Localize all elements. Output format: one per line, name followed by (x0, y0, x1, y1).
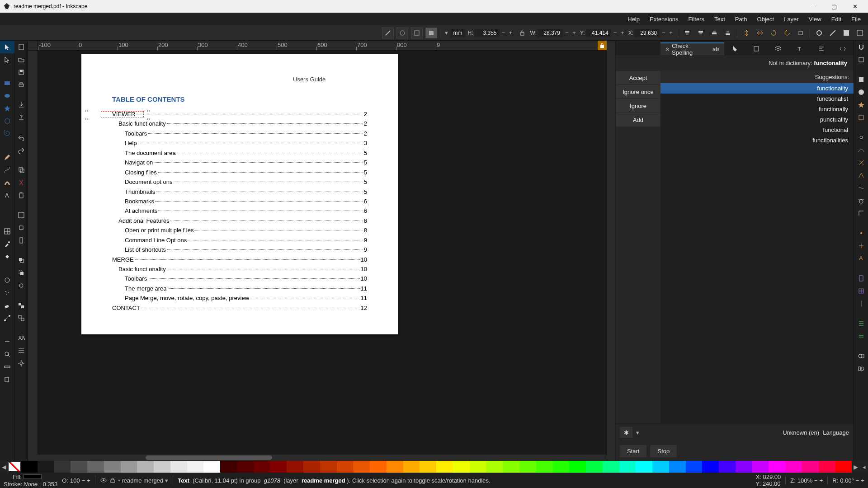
connector-tool[interactable] (0, 312, 14, 324)
snap-node-icon[interactable] (854, 131, 868, 144)
spiral-tool[interactable] (0, 127, 14, 140)
swatch[interactable] (353, 461, 370, 473)
open-icon[interactable] (14, 53, 28, 66)
swatch[interactable] (819, 461, 835, 473)
toc-row[interactable]: VIEWER2 (112, 109, 367, 119)
menu-path[interactable]: Path (731, 14, 752, 24)
prefs-icon[interactable] (14, 357, 28, 370)
snap-rotation-icon[interactable] (854, 239, 868, 252)
swatch[interactable] (752, 461, 769, 473)
snap-cusp-icon[interactable] (854, 169, 868, 182)
snap-bbox-icon[interactable] (854, 53, 868, 66)
paintbucket-tool[interactable] (0, 250, 14, 263)
rot-dec[interactable]: − (856, 477, 859, 484)
toc-row[interactable]: Basic funct onality2 (112, 119, 367, 128)
toc-row[interactable]: Bookmarks6 (112, 197, 367, 206)
snap-path-icon[interactable] (854, 144, 868, 156)
swatch[interactable] (87, 461, 104, 473)
page[interactable]: Users Guide TABLE OF CONTENTS VIEWER2Bas… (81, 54, 398, 334)
swatch[interactable] (553, 461, 570, 473)
suggestion-item[interactable]: functionalist (660, 94, 854, 104)
snap-clip-icon[interactable] (854, 362, 868, 375)
fill-stroke-indicator[interactable]: Fill: Stroke:None 0.353 (4, 474, 57, 488)
tab-text[interactable]: T (789, 42, 811, 55)
suggestion-item[interactable]: functionally (660, 104, 854, 114)
toc-row[interactable]: Open or print mult ple f les8 (112, 225, 367, 235)
raise-icon[interactable] (695, 28, 706, 38)
color-palette[interactable]: ◀ ▶ ◂ (0, 461, 868, 473)
swatch[interactable] (619, 461, 636, 473)
swatch[interactable] (121, 461, 137, 473)
accept-button[interactable]: Accept (616, 71, 660, 84)
calligraphy-tool[interactable] (0, 176, 14, 189)
ruler-vertical[interactable] (28, 51, 38, 455)
scroll-thumb[interactable] (146, 455, 272, 460)
dropper-tool[interactable] (0, 238, 14, 250)
3dbox-tool[interactable] (0, 115, 14, 127)
selector-tool[interactable] (0, 41, 14, 53)
toc-row[interactable]: Thumbnails5 (112, 187, 367, 197)
swatch[interactable] (503, 461, 519, 473)
rotate-ccw-icon[interactable] (782, 28, 793, 38)
swatch[interactable] (769, 461, 785, 473)
swatch[interactable] (686, 461, 703, 473)
snap-bbox-corner-icon[interactable] (854, 73, 868, 86)
swatch[interactable] (21, 461, 38, 473)
suggestion-list[interactable]: functionalityfunctionalistfunctionallypu… (660, 83, 854, 423)
swatch[interactable] (519, 461, 536, 473)
tab-check-spelling[interactable]: ✕ Check Spelling ab (660, 42, 724, 55)
swatch[interactable] (387, 461, 403, 473)
h-value[interactable]: 3.355 (474, 29, 500, 37)
toc-row[interactable]: Addit onal Features8 (112, 216, 367, 225)
transform-pattern-icon[interactable] (841, 28, 852, 38)
swatch[interactable] (586, 461, 603, 473)
lpe-tool[interactable] (0, 335, 14, 348)
transform-gradient-icon[interactable] (827, 28, 838, 38)
swatch[interactable] (470, 461, 486, 473)
toc-row[interactable]: List of shortcuts9 (112, 245, 367, 254)
zoom-control[interactable]: Z: 100% − + (790, 477, 823, 484)
swatch[interactable] (303, 461, 320, 473)
swatch[interactable] (104, 461, 121, 473)
swatch[interactable] (652, 461, 669, 473)
favorite-lang-icon[interactable]: ✱ (620, 427, 632, 438)
layer-chevron-icon[interactable]: ▾ (165, 477, 168, 484)
zoom-dec[interactable]: − (814, 477, 818, 484)
snap-bbox-center-icon[interactable] (854, 99, 868, 111)
toc-row[interactable]: The merge area11 (112, 284, 367, 293)
swatch[interactable] (154, 461, 170, 473)
swatch[interactable] (203, 461, 220, 473)
snap-grid-icon[interactable] (854, 285, 868, 297)
swatch[interactable] (420, 461, 436, 473)
toc-row[interactable]: CONTACT12 (112, 303, 367, 313)
snap-align-icon[interactable] (854, 317, 868, 330)
swatch[interactable] (187, 461, 204, 473)
layer-name[interactable]: readme merged (122, 477, 163, 484)
guide-lock-icon[interactable] (598, 41, 607, 51)
menu-help[interactable]: Help (623, 14, 644, 24)
toc-row[interactable]: At achments6 (112, 206, 367, 216)
group-icon[interactable] (14, 299, 28, 312)
opacity-control[interactable]: O: 100 − + (62, 477, 90, 484)
node-tool[interactable] (0, 53, 14, 66)
ignore-once-button[interactable]: Ignore once (616, 85, 660, 99)
swatch[interactable] (702, 461, 719, 473)
select-toggle-3[interactable] (396, 28, 408, 38)
suggestion-item[interactable]: punctuality (660, 114, 854, 125)
h-inc[interactable]: + (508, 29, 514, 36)
menu-text[interactable]: Text (710, 14, 730, 24)
toc-row[interactable]: Basic funct onality10 (112, 264, 367, 274)
fill-swatch[interactable] (24, 474, 42, 479)
print-icon[interactable] (14, 79, 28, 91)
toc-row[interactable]: The document area5 (112, 148, 367, 158)
suggestion-item[interactable]: functional (660, 125, 854, 135)
clone-icon[interactable] (14, 267, 28, 279)
y-value[interactable]: 41.414 (586, 29, 611, 37)
palette-menu-icon[interactable]: ◂ (860, 461, 868, 473)
swatch[interactable] (71, 461, 87, 473)
toc-row[interactable]: Toolbars10 (112, 274, 367, 283)
x-value[interactable]: 29.630 (634, 29, 660, 37)
palette-scroll-left[interactable]: ◀ (0, 461, 8, 473)
select-toggle-4[interactable] (382, 28, 394, 38)
h-dec[interactable]: − (500, 29, 507, 36)
